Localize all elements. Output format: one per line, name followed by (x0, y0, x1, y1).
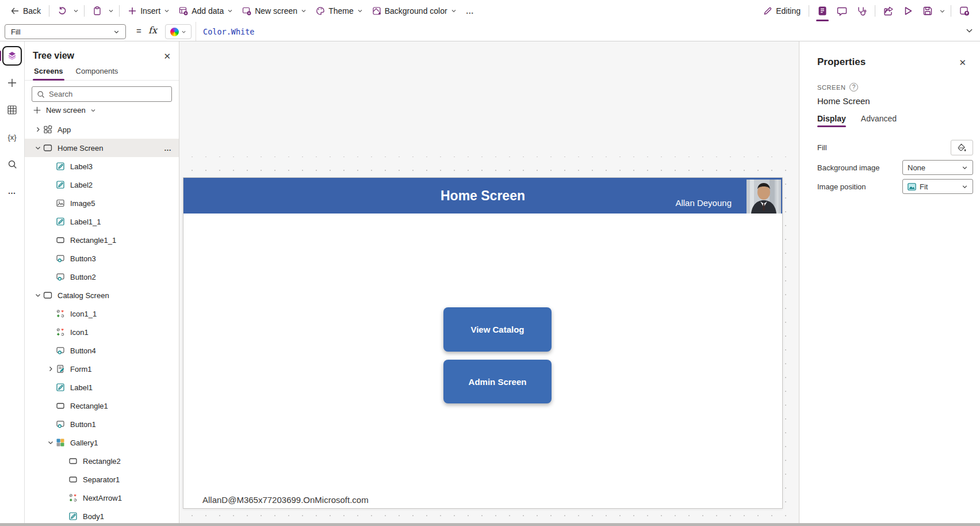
tree-item-label: Home Screen (58, 144, 103, 153)
formula-input[interactable]: Color.White (196, 22, 957, 41)
tree-item[interactable]: Image5 (25, 194, 179, 212)
fx-symbol: fx (148, 25, 157, 36)
divider (84, 5, 85, 17)
design-canvas[interactable]: Home Screen Allan Deyoung (179, 41, 799, 526)
tree-item[interactable]: Button1 (25, 415, 179, 433)
background-image-select[interactable]: None (902, 160, 973, 175)
tree-item-label: Label1 (70, 383, 93, 392)
paste-button[interactable] (88, 2, 106, 20)
rail-variables-button[interactable]: {x} (2, 127, 22, 147)
editing-mode-button[interactable]: Editing (759, 2, 805, 20)
command-bar: Back Insert Add (0, 0, 980, 22)
chevron-down-icon (90, 108, 96, 113)
copilot-button[interactable] (165, 24, 192, 39)
tree-item[interactable]: Rectangle1_1 (25, 231, 179, 249)
tree-item[interactable]: App (25, 120, 179, 139)
undo-menu-chevron[interactable] (71, 2, 81, 20)
app-user-name-label[interactable]: Allan Deyoung (675, 198, 732, 208)
tree-expand-chevron-icon[interactable] (45, 365, 56, 372)
stethoscope-icon (856, 6, 867, 16)
tab-components[interactable]: Components (75, 64, 120, 80)
rail-more-button[interactable]: … (2, 181, 22, 201)
rail-tree-view-button[interactable] (2, 46, 22, 66)
undo-button[interactable] (53, 2, 71, 20)
tree-item-more-button[interactable]: … (164, 144, 172, 153)
tree-item[interactable]: Button2 (25, 268, 179, 286)
app-screen-artboard[interactable]: Home Screen Allan Deyoung (183, 177, 783, 509)
properties-close-icon[interactable]: ✕ (959, 58, 966, 67)
tree-item[interactable]: Catalog Screen (25, 286, 179, 304)
tree-expand-chevron-icon[interactable] (33, 126, 43, 133)
label-control-icon (56, 162, 65, 171)
add-data-label: Add data (192, 6, 224, 16)
user-email-label[interactable]: AllanD@M365x77203699.OnMicrosoft.com (202, 495, 369, 505)
tree-item[interactable]: Rectangle1 (25, 397, 179, 415)
tree-item[interactable]: Gallery1 (25, 433, 179, 452)
background-color-button[interactable]: Background color (368, 2, 461, 20)
new-screen-menu-button[interactable]: New screen (25, 102, 179, 118)
app-checker-button[interactable] (852, 2, 871, 20)
formula-bar-expand-chevron[interactable] (966, 26, 973, 37)
rail-search-button[interactable] (2, 154, 22, 174)
new-screen-button[interactable]: New screen (238, 2, 311, 20)
tree-item[interactable]: Icon1 (25, 323, 179, 341)
comments-button[interactable] (832, 2, 852, 20)
tree-search-input[interactable] (49, 90, 158, 98)
preview-play-button[interactable] (898, 2, 918, 20)
paste-menu-chevron[interactable] (106, 2, 116, 20)
user-photo[interactable] (747, 180, 781, 214)
app-header-rectangle[interactable]: Home Screen Allan Deyoung (183, 178, 782, 214)
view-catalog-button[interactable]: View Catalog (443, 307, 552, 352)
tree-item[interactable]: Button3 (25, 249, 179, 268)
rail-selection-indicator (0, 51, 1, 61)
tree-item-label: Form1 (70, 365, 92, 373)
tree-item[interactable]: Label1_1 (25, 212, 179, 231)
tree-item[interactable]: Separator1 (25, 470, 179, 489)
share-button[interactable] (879, 2, 898, 20)
rail-insert-button[interactable] (2, 73, 22, 93)
fill-color-picker-button[interactable] (951, 140, 973, 155)
publish-button[interactable] (955, 2, 974, 20)
app-authoring-panel-button[interactable] (813, 2, 832, 20)
tree-view-tabs: Screens Components (25, 64, 179, 81)
background-color-label: Background color (385, 6, 447, 16)
save-button[interactable] (918, 2, 937, 20)
theme-button[interactable]: Theme (311, 2, 368, 20)
background-image-property-row: Background image None (817, 159, 973, 176)
admin-screen-button[interactable]: Admin Screen (443, 360, 552, 403)
window-bottom-edge (0, 523, 980, 526)
insert-button[interactable]: Insert (123, 2, 174, 20)
tree-item[interactable]: NextArrow1 (25, 489, 179, 507)
more-commands-button[interactable]: … (461, 2, 478, 20)
add-data-button[interactable]: Add data (174, 2, 238, 20)
chevron-down-icon (164, 8, 170, 14)
property-selector-dropdown[interactable]: Fill (5, 24, 126, 39)
tree-item[interactable]: Button4 (25, 341, 179, 360)
image-position-select[interactable]: Fit (902, 179, 973, 194)
tree-item[interactable]: Label2 (25, 176, 179, 194)
image-position-value: Fit (920, 182, 958, 191)
save-menu-chevron[interactable] (937, 2, 947, 20)
chevron-down-icon (108, 8, 114, 14)
tree-item[interactable]: Label1 (25, 378, 179, 397)
tab-screens[interactable]: Screens (33, 64, 64, 80)
rectangle-control-icon (56, 401, 65, 410)
tree-expand-chevron-icon[interactable] (33, 144, 43, 151)
tree-expand-chevron-icon[interactable] (33, 292, 43, 299)
help-icon[interactable]: ? (849, 83, 858, 92)
tree-view-title: Tree view (33, 51, 74, 61)
tree-expand-chevron-icon[interactable] (45, 439, 56, 446)
back-button[interactable]: Back (6, 2, 45, 20)
tree-item[interactable]: Form1 (25, 360, 179, 378)
tree-item[interactable]: Rectangle2 (25, 452, 179, 470)
formula-bar: Fill = fx Color.White (0, 22, 980, 41)
tree-item[interactable]: Label3 (25, 157, 179, 176)
tree-item-label: Label3 (70, 162, 93, 171)
tree-item[interactable]: Home Screen… (25, 139, 179, 157)
tree-search-box[interactable] (32, 86, 172, 102)
tree-item[interactable]: Icon1_1 (25, 304, 179, 323)
tab-display[interactable]: Display (817, 114, 846, 127)
tab-advanced[interactable]: Advanced (861, 114, 897, 127)
rail-data-button[interactable] (2, 100, 22, 120)
tree-view-close-icon[interactable]: ✕ (163, 52, 171, 60)
